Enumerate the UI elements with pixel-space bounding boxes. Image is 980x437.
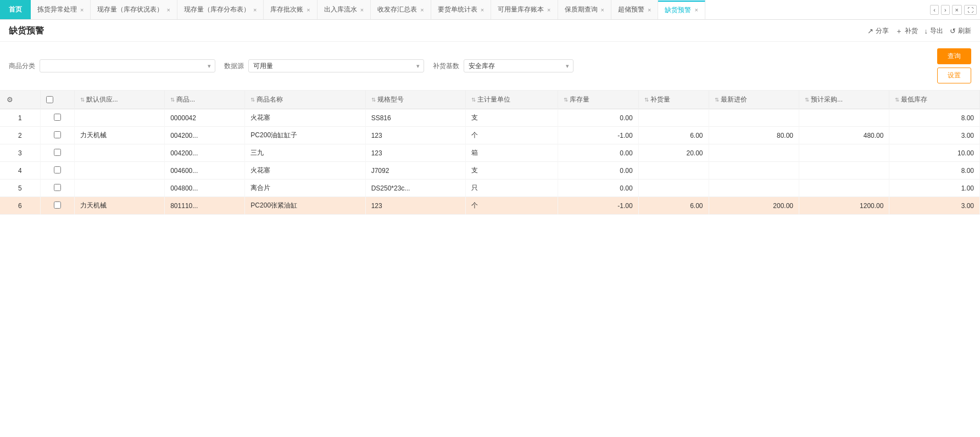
settings-button[interactable]: 设置 [937,68,971,83]
cell-supplier [74,144,164,162]
cell-name: 三九 [245,144,365,162]
tab-shortage-label: 缺货预警 [665,5,691,15]
datasource-select-wrap: 可用量 库存量 [248,59,424,72]
sort-icon-spec: ⇅ [371,97,376,103]
cell-name: PC200张紧油缸 [245,197,365,215]
cell-code: 004800... [165,180,245,197]
page-header: 缺货预警 ↗ 分享 ＋ 补货 ↓ 导出 ↺ 刷新 [0,20,980,42]
row-checkbox-2[interactable] [54,149,61,156]
datasource-select[interactable]: 可用量 库存量 [248,59,424,72]
row-checkbox-3[interactable] [54,166,61,173]
col-header-stock[interactable]: ⇅ 库存量 [558,91,638,109]
tab-inout-close[interactable]: × [360,7,364,13]
share-label: 分享 [876,26,889,36]
col-header-code[interactable]: ⇅ 商品... [165,91,245,109]
cell-checkbox[interactable] [40,197,74,215]
col-header-restock[interactable]: ⇅ 补货量 [638,91,709,109]
col-header-spec[interactable]: ⇅ 规格型号 [365,91,466,109]
cell-checkbox[interactable] [40,180,74,197]
col-header-name[interactable]: ⇅ 商品名称 [245,91,365,109]
col-header-supplier[interactable]: ⇅ 默认供应... [74,91,164,109]
sort-icon-unit: ⇅ [471,97,476,103]
cell-est-purchase: 1200.00 [799,197,889,215]
tab-collect-close[interactable]: × [420,7,424,13]
tab-batch-close[interactable]: × [307,7,310,13]
gear-icon[interactable]: ⚙ [5,96,14,104]
cell-min-stock: 1.00 [889,180,980,197]
tab-batch-label: 库存批次账 [270,5,303,14]
col-header-minstock[interactable]: ⇅ 最低库存 [889,91,980,109]
tab-stock-dist[interactable]: 现存量（库存分布表） × [177,0,264,19]
cell-no: 3 [0,144,40,162]
data-table: ⚙ ⇅ 默认供应... [0,91,980,215]
refresh-icon: ↺ [950,27,956,35]
cell-checkbox[interactable] [40,127,74,144]
replenish-label: 补货基数 [433,61,459,71]
tab-overstock[interactable]: 超储预警 × [611,0,658,19]
tab-scroll-right[interactable]: › [941,5,950,15]
query-button[interactable]: 查询 [937,48,971,64]
cell-code: 004200... [165,144,245,162]
tab-collect[interactable]: 收发存汇总表 × [371,0,431,19]
cell-checkbox[interactable] [40,109,74,127]
tab-maximize[interactable]: ⛶ [964,5,977,15]
tab-exception-close[interactable]: × [80,7,83,13]
cell-min-stock: 8.00 [889,162,980,180]
tab-inout[interactable]: 出入库流水 × [318,0,371,19]
tab-batch[interactable]: 库存批次账 × [264,0,317,19]
cell-name: 火花塞 [245,109,365,127]
category-select[interactable] [40,59,215,72]
table-header-row: ⚙ ⇅ 默认供应... [0,91,980,109]
col-header-no: ⚙ [0,91,40,109]
col-header-est[interactable]: ⇅ 预计采购... [799,91,889,109]
tab-stock-dist-close[interactable]: × [253,7,257,13]
page-title: 缺货预警 [9,25,44,37]
cell-supplier: 力天机械 [74,197,164,215]
cell-est-purchase [799,162,889,180]
tab-demand-close[interactable]: × [481,7,484,13]
category-label: 商品分类 [9,61,35,71]
tab-close-current[interactable]: × [952,5,962,15]
cell-checkbox[interactable] [40,144,74,162]
col-header-price[interactable]: ⇅ 最新进价 [709,91,799,109]
refresh-button[interactable]: ↺ 刷新 [950,26,971,36]
tab-expiry[interactable]: 保质期查询 × [558,0,611,19]
cell-restock: 20.00 [638,144,709,162]
restock-button[interactable]: ＋ 补货 [895,26,918,36]
row-checkbox-5[interactable] [54,201,61,209]
sort-icon-supplier: ⇅ [80,97,85,103]
tab-exception[interactable]: 拣货异常处理 × [31,0,91,19]
filter-bar: 商品分类 数据源 可用量 库存量 补货基数 安全库存 最低库存 [0,42,980,91]
tab-stock-status[interactable]: 现存量（库存状况表） × [91,0,177,19]
tab-scroll-left[interactable]: ‹ [930,5,939,15]
filter-category: 商品分类 [9,59,215,72]
tab-available-close[interactable]: × [547,7,550,13]
tab-available[interactable]: 可用量库存账本 × [491,0,558,19]
tab-home-label: 首页 [9,5,22,14]
cell-unit: 个 [466,197,558,215]
sort-icon-stock: ⇅ [564,97,568,103]
cell-checkbox[interactable] [40,162,74,180]
sort-icon-est: ⇅ [805,97,809,103]
row-checkbox-0[interactable] [54,114,61,121]
tab-home[interactable]: 首页 [0,0,31,19]
cell-est-purchase [799,144,889,162]
share-button[interactable]: ↗ 分享 [867,26,889,36]
export-button[interactable]: ↓ 导出 [925,26,944,36]
cell-code: 0000042 [165,109,245,127]
cell-supplier [74,180,164,197]
replenish-select[interactable]: 安全库存 最低库存 [464,59,573,72]
tab-demand[interactable]: 要货单统计表 × [431,0,491,19]
tab-expiry-close[interactable]: × [601,7,604,13]
sort-icon-name: ⇅ [250,97,255,103]
tab-shortage[interactable]: 缺货预警 × [658,1,705,20]
share-icon: ↗ [867,27,873,35]
tab-stock-status-close[interactable]: × [166,7,170,13]
tab-overstock-close[interactable]: × [648,7,651,13]
row-checkbox-4[interactable] [54,184,61,191]
row-checkbox-1[interactable] [54,131,61,138]
tab-shortage-close[interactable]: × [694,7,698,13]
select-all-checkbox[interactable] [46,96,53,103]
cell-stock: 0.00 [558,109,638,127]
col-header-unit[interactable]: ⇅ 主计量单位 [466,91,558,109]
